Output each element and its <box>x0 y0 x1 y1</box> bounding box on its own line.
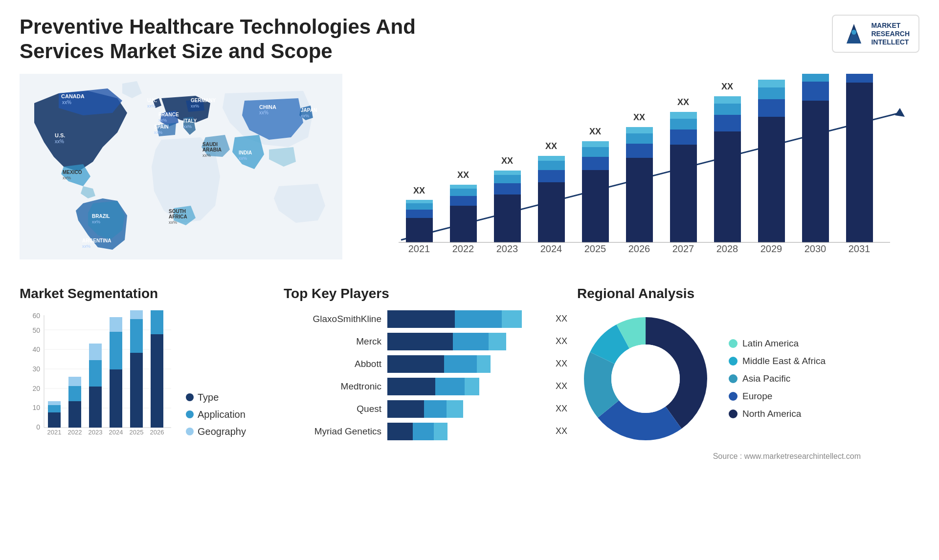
seg-chart-svg: 0 10 20 30 40 50 60 <box>20 310 176 447</box>
svg-text:INDIA: INDIA <box>239 150 252 155</box>
svg-text:ARGENTINA: ARGENTINA <box>82 238 111 243</box>
svg-rect-129 <box>89 344 102 360</box>
regional-dot-mea <box>729 357 738 366</box>
svg-rect-137 <box>130 310 143 319</box>
regional-label-na: North America <box>742 409 801 419</box>
svg-rect-63 <box>626 158 653 242</box>
svg-text:2026: 2026 <box>150 429 164 436</box>
svg-text:xx%: xx% <box>55 139 64 144</box>
svg-text:ARABIA: ARABIA <box>202 147 222 152</box>
svg-text:XX: XX <box>633 112 645 122</box>
svg-text:XX: XX <box>677 97 689 107</box>
main-grid: CANADA xx% U.S. xx% MEXICO xx% BRAZIL xx… <box>20 74 919 461</box>
svg-text:BRAZIL: BRAZIL <box>92 214 110 219</box>
players-title: Top Key Players <box>284 286 567 302</box>
svg-rect-53 <box>538 182 565 242</box>
regional-dot-apac <box>729 374 738 383</box>
svg-text:GERMANY: GERMANY <box>191 98 216 103</box>
svg-text:2029: 2029 <box>760 243 782 254</box>
players-table: GlaxoSmithKline XX Merck <box>284 310 567 440</box>
player-row: Merck XX <box>284 333 567 350</box>
svg-text:SAUDI: SAUDI <box>202 142 218 147</box>
player-val-5: XX <box>556 426 567 436</box>
svg-rect-56 <box>538 156 565 161</box>
svg-rect-119 <box>48 412 61 428</box>
segmentation-title: Market Segmentation <box>20 286 274 302</box>
svg-text:xx%: xx% <box>183 124 192 129</box>
bar-chart-section: XX XX XX XX <box>372 74 919 271</box>
svg-text:xx%: xx% <box>259 110 268 115</box>
svg-rect-59 <box>582 157 609 170</box>
svg-text:2023: 2023 <box>496 243 518 254</box>
svg-text:2022: 2022 <box>452 243 474 254</box>
regional-section: Regional Analysis <box>577 286 861 461</box>
player-val-4: XX <box>556 404 567 414</box>
regional-title: Regional Analysis <box>577 286 861 302</box>
svg-rect-55 <box>538 161 565 170</box>
svg-rect-60 <box>582 147 609 157</box>
regional-legend-apac: Asia Pacific <box>729 373 826 384</box>
svg-text:xx%: xx% <box>191 104 199 108</box>
svg-rect-70 <box>670 119 697 129</box>
svg-rect-65 <box>626 133 653 144</box>
svg-rect-41 <box>406 200 433 203</box>
svg-text:JAPAN: JAPAN <box>301 108 317 113</box>
svg-marker-37 <box>895 108 905 117</box>
svg-rect-132 <box>110 332 122 369</box>
svg-rect-125 <box>68 377 81 386</box>
svg-rect-84 <box>802 82 829 101</box>
regional-legend-europe: Europe <box>729 391 826 402</box>
svg-text:10: 10 <box>32 404 40 411</box>
svg-rect-121 <box>48 401 61 405</box>
page-title: Preventive Healthcare Technologies And S… <box>20 15 460 64</box>
svg-text:2027: 2027 <box>672 243 694 254</box>
svg-text:U.S.: U.S. <box>55 132 65 138</box>
svg-text:AFRICA: AFRICA <box>169 214 187 219</box>
svg-text:CHINA: CHINA <box>259 104 276 110</box>
player-row: Myriad Genetics XX <box>284 423 567 440</box>
svg-rect-74 <box>714 115 741 131</box>
svg-text:2025: 2025 <box>584 243 606 254</box>
svg-text:xx%: xx% <box>202 153 211 158</box>
svg-rect-80 <box>758 87 785 99</box>
regional-legend-latam: Latin America <box>729 338 826 349</box>
player-name-3: Medtronic <box>284 381 381 392</box>
legend-dot-type <box>186 393 194 401</box>
svg-text:FRANCE: FRANCE <box>158 112 179 117</box>
regional-dot-europe <box>729 392 738 401</box>
svg-rect-50 <box>494 175 521 183</box>
player-name-2: Abbott <box>284 359 381 369</box>
svg-rect-127 <box>89 387 102 428</box>
svg-text:XX: XX <box>721 82 733 91</box>
svg-text:40: 40 <box>32 345 40 353</box>
svg-rect-81 <box>758 80 785 87</box>
svg-rect-39 <box>406 210 433 218</box>
svg-rect-61 <box>582 141 609 147</box>
regional-dot-latam <box>729 339 738 348</box>
svg-rect-51 <box>494 171 521 175</box>
header: Preventive Healthcare Technologies And S… <box>20 15 919 64</box>
svg-text:2021: 2021 <box>47 429 62 436</box>
player-bar-3 <box>387 378 546 395</box>
svg-text:xx%: xx% <box>158 118 167 123</box>
svg-rect-83 <box>802 101 829 242</box>
seg-chart-area: 0 10 20 30 40 50 60 <box>20 310 274 447</box>
player-bar-2 <box>387 355 546 373</box>
svg-rect-54 <box>538 170 565 182</box>
svg-rect-71 <box>670 112 697 119</box>
world-map-svg: CANADA xx% U.S. xx% MEXICO xx% BRAZIL xx… <box>20 74 342 259</box>
players-section: Top Key Players GlaxoSmithKline XX <box>284 286 567 461</box>
svg-text:SOUTH: SOUTH <box>169 209 186 214</box>
legend-dot-geo <box>186 428 194 435</box>
svg-rect-140 <box>151 310 163 334</box>
svg-text:xx%: xx% <box>239 156 247 161</box>
svg-text:xx%: xx% <box>301 113 309 118</box>
svg-text:2022: 2022 <box>68 429 82 436</box>
svg-text:2023: 2023 <box>89 429 103 436</box>
svg-text:XX: XX <box>501 156 513 166</box>
segmentation-section: Market Segmentation 0 10 20 30 40 <box>20 286 274 461</box>
svg-rect-120 <box>48 405 61 412</box>
svg-text:CANADA: CANADA <box>61 93 85 99</box>
svg-rect-139 <box>151 334 163 428</box>
player-bar-5 <box>387 423 546 440</box>
